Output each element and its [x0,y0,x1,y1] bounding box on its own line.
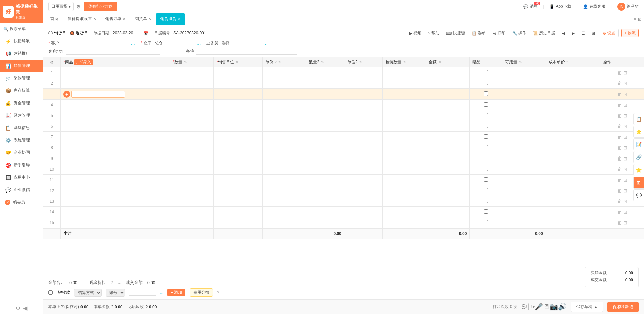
unit2-sort-icon[interactable]: ⇅ [359,60,362,64]
qty-cell[interactable] [170,207,214,217]
pack-qty-cell[interactable] [382,132,426,142]
pack-qty-cell[interactable] [382,78,426,89]
available-cell[interactable] [502,175,546,185]
qty2-cell[interactable] [306,100,344,110]
amount-cell[interactable] [426,164,470,175]
gift-cell[interactable] [470,164,502,175]
close-tab-icon[interactable]: ✕ [148,17,151,21]
amount-cell[interactable] [426,207,470,217]
remark-input[interactable] [196,48,297,55]
unit2-cell[interactable] [344,100,382,110]
qty-cell[interactable] [170,132,214,142]
unit-cell[interactable] [214,121,263,132]
unit2-cell[interactable] [344,207,382,217]
unit-cell[interactable] [214,175,263,185]
pack-qty-cell[interactable] [382,185,426,196]
available-cell[interactable] [502,110,546,121]
float-star-icon[interactable]: ⭐ [633,126,644,138]
gift-cell[interactable] [470,185,502,196]
price-cell[interactable] [263,175,306,185]
amount-cell[interactable] [426,89,470,100]
unit-cell[interactable] [214,110,263,121]
pack-qty-cell[interactable] [382,196,426,207]
available-cell[interactable] [502,185,546,196]
price-cell[interactable] [263,207,306,217]
gift-cell[interactable] [470,142,502,153]
history-btn[interactable]: 📜 历史单据 [531,29,557,37]
amount-cell[interactable] [426,121,470,132]
qty2-cell[interactable] [306,207,344,217]
amount-input[interactable] [129,289,156,296]
available-cell[interactable] [502,142,546,153]
qty2-cell[interactable] [306,196,344,207]
available-cell[interactable] [502,153,546,164]
unit-cell[interactable] [214,185,263,196]
product-cell[interactable] [60,100,170,110]
gift-cell[interactable] [470,132,502,142]
sidebar-item-shortcut[interactable]: ⚡ 快捷导航 [0,35,43,47]
nav-next-icon[interactable]: ▶ [570,30,577,36]
product-cell[interactable] [60,110,170,121]
qty2-cell[interactable] [306,217,344,228]
delete-row-icon[interactable]: 🗑 [617,91,622,97]
qty-cell[interactable] [170,110,214,121]
qty2-cell[interactable] [306,78,344,89]
sidebar-item-inventory[interactable]: 📦 库存核算 [0,84,43,97]
qty-cell[interactable] [170,78,214,89]
qty2-sort-icon[interactable]: ⇅ [321,60,324,64]
float-note-icon[interactable]: 📝 [633,138,644,150]
sidebar-item-member[interactable]: V 畅会员 [0,196,43,208]
product-cell[interactable] [60,142,170,153]
customer-picker-icon[interactable]: ... [131,40,135,46]
sidebar-item-basic[interactable]: 📋 基础信息 [0,122,43,134]
tabs-menu-icon[interactable]: ⊡ [638,17,641,22]
warehouse-picker-icon[interactable]: ... [196,40,201,46]
cost-price-cell[interactable] [546,164,600,175]
price-cell[interactable] [263,110,306,121]
cost-price-cell[interactable] [546,132,600,142]
video-btn[interactable]: ▶ 视频 [407,29,423,37]
pack-qty-cell[interactable] [382,121,426,132]
float-grid-icon[interactable]: ⊞ [633,177,644,189]
copy-row-icon[interactable]: ⊡ [623,188,627,193]
product-cell[interactable]: + [60,89,170,100]
unit2-cell[interactable] [344,110,382,121]
unit2-cell[interactable] [344,196,382,207]
qty-cell[interactable] [170,67,214,78]
qty-cell[interactable] [170,175,214,185]
shortcut-btn[interactable]: ⌨ 快捷键 [444,29,467,37]
product-cell[interactable] [60,175,170,185]
copy-row-icon[interactable]: ⊡ [623,145,627,150]
qty-cell[interactable] [170,185,214,196]
price-cell[interactable] [263,217,306,228]
available-sort-icon[interactable]: ⇅ [519,60,522,64]
float-clipboard-icon[interactable]: 📋 [633,113,644,125]
save-draft-btn[interactable]: 保存草稿 ▲ [571,302,603,312]
amount-cell[interactable] [426,132,470,142]
pack-qty-cell[interactable] [382,100,426,110]
price-cell[interactable] [263,78,306,89]
qty2-cell[interactable] [306,132,344,142]
delete-row-icon[interactable]: 🗑 [617,209,622,215]
gift-cell[interactable] [470,121,502,132]
layout-list-icon[interactable]: ☰ [579,30,587,36]
product-cell[interactable] [60,153,170,164]
amount-cell[interactable] [426,196,470,207]
copy-row-icon[interactable]: ⊡ [623,167,627,172]
qty-cell[interactable] [170,196,214,207]
cost-price-cell[interactable] [546,78,600,89]
amount-cell[interactable] [426,217,470,228]
unit-cell[interactable] [214,217,263,228]
customer-input[interactable] [61,40,128,46]
unit-cell[interactable] [214,196,263,207]
qty-sort-icon[interactable]: ⇅ [184,60,187,64]
gift-cell[interactable] [470,217,502,228]
settle-method-select[interactable]: 结算方式 [74,289,102,297]
copy-row-icon[interactable]: ⊡ [623,156,627,161]
gift-cell[interactable] [470,110,502,121]
warehouse-input[interactable] [153,40,194,46]
available-cell[interactable] [502,89,546,100]
pack-qty-cell[interactable] [382,67,426,78]
qty-cell[interactable] [170,153,214,164]
col-gear[interactable]: ⚙ [43,57,61,67]
